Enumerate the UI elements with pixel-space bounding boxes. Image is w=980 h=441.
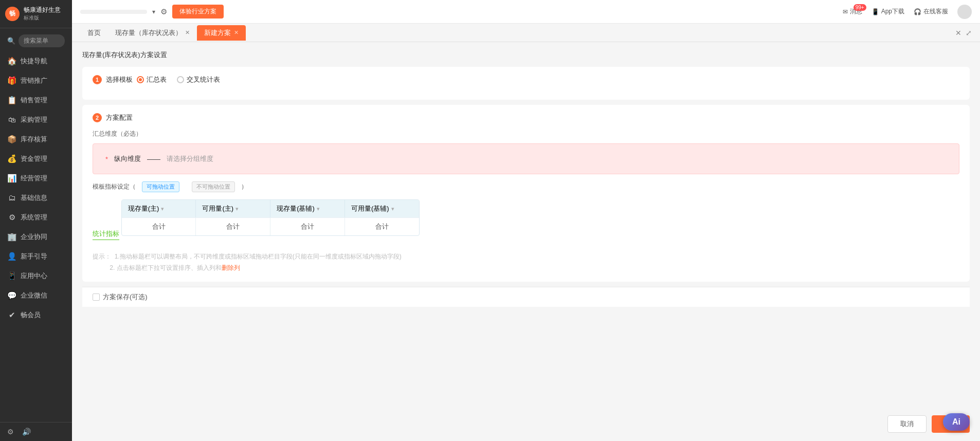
online-service-link[interactable]: 🎧 在线客服 [914, 7, 948, 16]
table-row: 合计 合计 合计 合计 [122, 217, 419, 235]
required-mark: * [105, 155, 108, 163]
col3-label: 现存量(基辅) [277, 204, 315, 213]
person-icon: 👤 [7, 252, 16, 261]
ai-fab-button[interactable]: Ai [943, 413, 970, 431]
col1-dropdown-icon[interactable]: ▾ [161, 206, 164, 212]
cross-radio[interactable] [177, 76, 184, 83]
new-plan-tab-close-icon[interactable]: ✕ [234, 29, 239, 36]
cell-1-3: 合计 [270, 218, 345, 235]
save-checkbox[interactable] [93, 293, 100, 301]
sidebar-search[interactable]: 🔍 搜索菜单 [0, 30, 72, 51]
step2-header: 2 方案配置 [93, 113, 959, 122]
sidebar-item-system[interactable]: ⚙ 系统管理 [0, 208, 72, 227]
sidebar-item-finance[interactable]: 💰 资金管理 [0, 149, 72, 169]
money-icon: 💰 [7, 154, 16, 163]
sidebar-item-marketing[interactable]: 🎁 营销推广 [0, 71, 72, 90]
close-panel-icon[interactable]: ✕ [955, 29, 961, 37]
non-draggable-tag: 不可拖动位置 [192, 181, 235, 192]
page-title: 现存量(库存状况表)方案设置 [82, 50, 970, 60]
search-icon: 🔍 [7, 37, 15, 45]
tab-new-plan[interactable]: 新建方案 ✕ [197, 25, 246, 41]
building-icon: 🏢 [7, 232, 16, 242]
stats-label: 统计指标 [93, 229, 119, 240]
cross-table-option[interactable]: 交叉统计表 [177, 75, 220, 84]
gift-icon: 🎁 [7, 76, 16, 85]
sidebar-item-inventory[interactable]: 📦 库存核算 [0, 130, 72, 149]
save-option-label[interactable]: 方案保存(可选) [93, 292, 959, 302]
tab-inventory[interactable]: 现存量（库存状况表） ✕ [108, 25, 197, 41]
tab-home[interactable]: 首页 [80, 25, 108, 41]
clipboard-icon: 📋 [7, 96, 16, 105]
sidebar-item-basic-info[interactable]: 🗂 基础信息 [0, 188, 72, 208]
sidebar-item-wechat[interactable]: 💬 企业微信 [0, 286, 72, 305]
stats-col-4: 可用量(基辅) ▾ [345, 200, 419, 217]
search-input[interactable]: 搜索菜单 [19, 34, 65, 47]
sidebar-item-operation[interactable]: 📊 经营管理 [0, 169, 72, 188]
col1-label: 现存量(主) [128, 204, 159, 213]
dimension-dash: —— [147, 155, 160, 163]
draggable-tag: 可拖动位置 [142, 181, 179, 192]
summary-table-option[interactable]: 汇总表 [137, 75, 167, 84]
step1-badge: 1 [93, 75, 102, 84]
tips-section: 提示： 1.拖动标题栏可以调整布局，不可跨维度或指标区域拖动栏目字段(只能在同一… [93, 251, 959, 273]
col3-dropdown-icon[interactable]: ▾ [317, 206, 320, 212]
bag-icon: 🛍 [7, 115, 16, 124]
col4-dropdown-icon[interactable]: ▾ [391, 206, 394, 212]
sidebar-item-purchase[interactable]: 🛍 采购管理 [0, 110, 72, 130]
expand-icon[interactable]: ⤢ [966, 29, 972, 37]
stats-section: 统计指标 现存量(主) ▾ 可用量(主) ▾ 现存量(基辅) [93, 199, 959, 244]
sidebar-item-app-center[interactable]: 📱 应用中心 [0, 266, 72, 286]
indicator-setting: 模板指标设定（ 可拖动位置 不可拖动位置 ） [93, 181, 959, 192]
sidebar-item-sales[interactable]: 📋 销售管理 [0, 90, 72, 110]
footer-save-option: 方案保存(可选) [82, 287, 970, 307]
tabbar-actions: ✕ ⤢ [955, 29, 972, 37]
new-plan-tab-label: 新建方案 [204, 28, 231, 38]
col2-dropdown-icon[interactable]: ▾ [235, 206, 239, 212]
sidebar-nav: 🔍 搜索菜单 🏠 快捷导航 🎁 营销推广 📋 销售管理 🛍 采购管理 📦 库存核… [0, 28, 72, 422]
sidebar-item-label: 企业微信 [21, 291, 47, 300]
sidebar-item-member[interactable]: ✔ 畅会员 [0, 305, 72, 325]
messages-badge[interactable]: ✉ 消息 99+ [843, 7, 862, 16]
sidebar-item-label: 营销推广 [21, 76, 47, 85]
mobile-icon: 📱 [7, 271, 16, 281]
settings-icon[interactable]: ⚙ [7, 428, 14, 436]
app-download-link[interactable]: 📱 App下载 [872, 7, 904, 16]
sound-icon[interactable]: 🔊 [22, 428, 31, 436]
col4-label: 可用量(基辅) [351, 204, 389, 213]
sidebar-item-label: 快捷导航 [21, 57, 47, 66]
summary-radio[interactable] [137, 76, 144, 83]
stats-table-body: 合计 合计 合计 合计 [122, 217, 419, 235]
sidebar-item-label: 新手引导 [21, 252, 47, 261]
sidebar-item-label: 经营管理 [21, 174, 47, 183]
sidebar-item-enterprise[interactable]: 🏢 企业协同 [0, 227, 72, 247]
stats-col-2: 可用量(主) ▾ [196, 200, 270, 217]
step1-title: 选择模板 [106, 75, 133, 84]
cell-1-1: 合计 [122, 218, 196, 235]
user-avatar[interactable] [957, 5, 972, 19]
template-options: 汇总表 交叉统计表 [137, 75, 220, 84]
cell-1-4: 合计 [345, 218, 419, 235]
industry-plan-button[interactable]: 体验行业方案 [172, 5, 224, 19]
col2-label: 可用量(主) [202, 204, 233, 213]
delete-col-link[interactable]: 删除列 [222, 264, 240, 271]
sidebar: 畅 畅康通好生意 标准版 🔍 搜索菜单 🏠 快捷导航 🎁 营销推广 📋 销售管理… [0, 0, 72, 441]
indicator-setting-suffix: ） [241, 182, 247, 191]
topbar-gear-icon[interactable]: ⚙ [160, 7, 167, 16]
sidebar-item-label: 资金管理 [21, 154, 47, 163]
gear-icon: ⚙ [7, 213, 16, 222]
topbar-dropdown[interactable]: ▾ [152, 8, 155, 15]
inventory-tab-close-icon[interactable]: ✕ [185, 29, 190, 36]
stats-table: 现存量(主) ▾ 可用量(主) ▾ 现存量(基辅) ▾ 可用量(基辅) [121, 199, 420, 236]
cancel-button[interactable]: 取消 [887, 415, 927, 433]
sidebar-item-quick-nav[interactable]: 🏠 快捷导航 [0, 51, 72, 71]
ai-fab-label: Ai [952, 417, 960, 427]
dimension-box[interactable]: * 纵向维度 —— 请选择分组维度 [93, 143, 959, 174]
logo-icon: 畅 [5, 7, 20, 21]
sidebar-item-label: 应用中心 [21, 271, 47, 281]
sidebar-item-guide[interactable]: 👤 新手引导 [0, 247, 72, 266]
stats-col-3: 现存量(基辅) ▾ [270, 200, 345, 217]
topbar-right: ✉ 消息 99+ 📱 App下载 🎧 在线客服 [843, 5, 972, 19]
main-area: ▾ ⚙ 体验行业方案 ✉ 消息 99+ 📱 App下载 🎧 在线客服 首页 [72, 0, 980, 441]
box-icon: 📦 [7, 135, 16, 144]
section-plan-config: 2 方案配置 汇总维度（必选） * 纵向维度 —— 请选择分组维度 模板指标设定… [82, 105, 970, 282]
